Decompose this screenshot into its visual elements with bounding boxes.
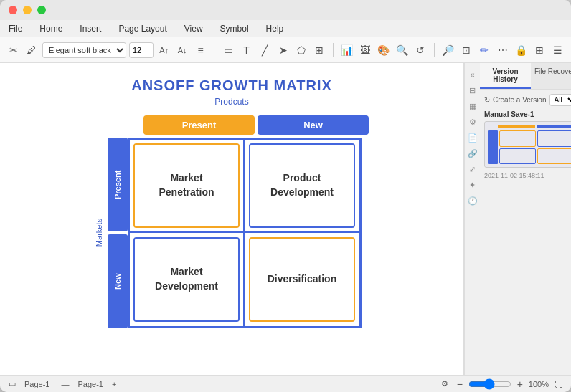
diagram-subtitle: Prodcuts (214, 97, 248, 107)
row-new-label: New (108, 234, 128, 328)
align-icon[interactable]: ≡ (193, 42, 208, 59)
manual-save-label: Manual Save-1 (484, 110, 534, 118)
arrow-icon[interactable]: ➤ (275, 42, 291, 59)
cell-product-development-inner: Product Development (249, 143, 355, 228)
text-icon[interactable]: T (239, 42, 254, 59)
separator-2 (333, 43, 334, 57)
matrix-body: Markets Present New Market Penet (93, 138, 370, 328)
separator-1 (214, 43, 214, 57)
page-label: Page-1 (77, 380, 103, 388)
menu-view[interactable]: View (181, 22, 206, 35)
panel-shapes-icon[interactable]: ▦ (467, 100, 478, 112)
panel-content: ↻ Create a Version All Manual Save-1 ··· (480, 90, 571, 375)
statusbar-right: ⚙ − + 100% ⛶ (441, 378, 562, 390)
cell-market-penetration: Market Penetration (130, 140, 245, 233)
menu-file[interactable]: File (6, 22, 25, 35)
manual-save-row: Manual Save-1 ··· (484, 110, 571, 118)
zoom-level: 100% (529, 380, 549, 388)
panel-link-icon[interactable]: 🔗 (467, 148, 478, 159)
dots-icon[interactable]: ⋯ (495, 42, 510, 59)
fullscreen-icon[interactable]: ⛶ (555, 380, 562, 388)
titlebar (0, 0, 571, 20)
menu-page-layout[interactable]: Page Layout (115, 22, 169, 35)
panel-layers-icon[interactable]: ⊟ (467, 85, 478, 96)
line-icon[interactable]: ╱ (257, 42, 272, 59)
rotate-icon[interactable]: ↺ (412, 42, 428, 59)
tab-file-recovery[interactable]: File Recovery (531, 63, 571, 89)
panel-split: « ⊟ ▦ ⚙ 📄 🔗 ⤢ ✦ 🕐 Version History File R… (464, 63, 571, 375)
cell-diversification: Diversification (245, 233, 359, 326)
font-smaller-icon[interactable]: A↓ (174, 42, 189, 59)
menu-insert[interactable]: Insert (77, 22, 104, 35)
panel-main-col: Version History File Recovery ↻ Create a… (480, 63, 571, 375)
diversification-text: Diversification (268, 272, 336, 287)
rectangle-icon[interactable]: ▭ (220, 42, 235, 59)
page-size-icon: ▭ (9, 379, 16, 388)
crop-icon[interactable]: ⊡ (458, 42, 473, 59)
panel-expand-icon[interactable]: ⤢ (467, 163, 478, 175)
panel-clock-icon[interactable]: 🕐 (467, 195, 478, 206)
market-development-text: Market Development (155, 265, 218, 293)
cell-market-development-inner: Market Development (133, 237, 240, 322)
right-panel: « ⊟ ▦ ⚙ 📄 🔗 ⤢ ✦ 🕐 Version History File R… (463, 63, 571, 375)
col-present-label: Present (143, 115, 255, 135)
zoom-icon[interactable]: 🔎 (440, 42, 455, 59)
tab-version-history[interactable]: Version History (480, 63, 531, 89)
panel-page-icon[interactable]: 📄 (467, 132, 478, 143)
market-penetration-text: Market Penetration (159, 171, 214, 199)
cell-product-development: Product Development (245, 140, 359, 233)
minimize-button[interactable] (23, 6, 32, 14)
column-headers: Present New (142, 115, 370, 135)
zoom-in-button[interactable]: + (514, 378, 526, 390)
matrix-row-top: Market Penetration Product Development (130, 140, 359, 233)
format-icon[interactable]: 🖊 (24, 42, 39, 59)
menu-home[interactable]: Home (37, 22, 65, 35)
table-icon[interactable]: ⊞ (312, 42, 327, 59)
cell-market-penetration-inner: Market Penetration (133, 143, 240, 228)
refresh-icon: ↻ (484, 96, 490, 104)
zoom-control: − + 100% (454, 378, 549, 390)
font-larger-icon[interactable]: A↑ (156, 42, 171, 59)
panel-format-icon[interactable]: ✦ (467, 179, 478, 191)
font-size-input[interactable] (129, 42, 154, 58)
pen-icon[interactable]: ✏ (476, 42, 491, 59)
separator-3 (434, 43, 435, 57)
app-window: File Home Insert Page Layout View Symbol… (0, 0, 571, 392)
add-page-button[interactable]: + (112, 380, 116, 388)
lock-icon[interactable]: 🔒 (513, 42, 528, 59)
timestamp: 2021-11-02 15:48:11 (484, 172, 571, 179)
page-indicator: Page-1 (24, 380, 49, 388)
cell-diversification-inner: Diversification (249, 237, 355, 322)
version-select[interactable]: All (549, 94, 572, 106)
statusbar: ▭ Page-1 — Page-1 + ⚙ − + 100% ⛶ (0, 375, 571, 392)
maximize-button[interactable] (37, 6, 46, 14)
grid-icon[interactable]: ⊞ (532, 42, 547, 59)
panel-collapse-icon[interactable]: « (467, 69, 478, 80)
panel-settings-icon[interactable]: ⚙ (467, 116, 478, 128)
close-button[interactable] (9, 6, 17, 14)
shape-icon[interactable]: ⬠ (293, 42, 308, 59)
toolbar: ✂ 🖊 Elegant soft black A↑ A↓ ≡ ▭ T ╱ ➤ ⬠… (0, 37, 571, 63)
version-thumbnail[interactable] (484, 121, 571, 168)
search2-icon[interactable]: 🔍 (395, 42, 410, 59)
main-area: ANSOFF GROWTH MATRIX Prodcuts Present Ne… (0, 63, 571, 375)
panel-tabs: Version History File Recovery (480, 63, 571, 90)
zoom-out-button[interactable]: − (454, 378, 466, 390)
fill-icon[interactable]: 🎨 (376, 42, 391, 59)
col-new-label: New (258, 115, 369, 135)
more-icon[interactable]: ☰ (549, 42, 565, 59)
row-present-label: Present (108, 138, 128, 231)
chart-icon[interactable]: 📊 (339, 42, 354, 59)
matrix-row-bottom: Market Development Diversification (130, 233, 359, 326)
zoom-slider[interactable] (468, 378, 511, 390)
settings-icon[interactable]: ⚙ (441, 379, 448, 388)
menubar: File Home Insert Page Layout View Symbol… (0, 20, 571, 37)
product-development-text: Product Development (270, 171, 334, 199)
menu-help[interactable]: Help (263, 22, 287, 35)
menu-symbol[interactable]: Symbol (217, 22, 252, 35)
cell-market-development: Market Development (130, 233, 245, 326)
cut-icon[interactable]: ✂ (6, 42, 21, 59)
font-select[interactable]: Elegant soft black (42, 42, 126, 58)
panel-icons-col: « ⊟ ▦ ⚙ 📄 🔗 ⤢ ✦ 🕐 (464, 63, 480, 375)
image-icon[interactable]: 🖼 (358, 42, 373, 59)
